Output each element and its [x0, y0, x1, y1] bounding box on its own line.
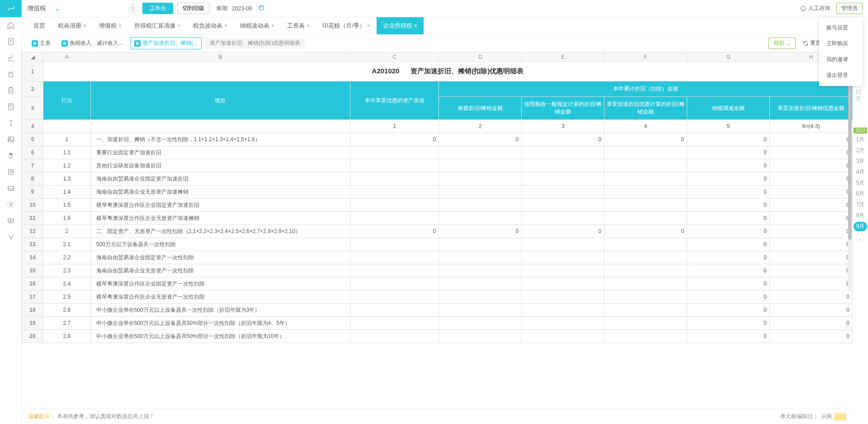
cell-item[interactable]: 海南自由贸易港企业固定资产一次性扣除 — [90, 251, 350, 264]
month-item[interactable]: 5月 — [854, 178, 868, 188]
nav-inbox-icon[interactable] — [0, 180, 22, 196]
cell-value[interactable] — [522, 317, 604, 330]
close-icon[interactable]: × — [271, 23, 274, 29]
calendar-icon[interactable] — [258, 5, 264, 12]
row-head[interactable]: 18 — [22, 304, 43, 317]
cell-value[interactable]: 0 — [687, 172, 770, 186]
spreadsheet[interactable]: ◢ A B C D E F G H 1 — [22, 52, 853, 409]
cell-row-num[interactable]: 2.4 — [43, 277, 91, 291]
cell-value[interactable]: 0 — [687, 251, 770, 264]
nav-chart-icon[interactable] — [0, 50, 22, 66]
dropdown-logout[interactable]: 退出登录 — [819, 67, 863, 83]
cell-value[interactable]: 0 — [350, 133, 439, 146]
cell-value[interactable]: 0 — [770, 212, 853, 225]
col-head[interactable]: F — [604, 52, 687, 62]
cell-value[interactable] — [350, 277, 439, 291]
row-head[interactable]: 3 — [22, 97, 43, 120]
nav-doc-icon[interactable] — [0, 33, 22, 50]
month-item[interactable]: 8月 — [854, 211, 868, 220]
cell-value[interactable] — [439, 199, 522, 212]
cell-value[interactable]: 0 — [770, 159, 853, 172]
workspace-button[interactable]: 工作台 — [142, 3, 173, 14]
cell-value[interactable] — [522, 251, 604, 264]
subtab-main[interactable]: ▦主表 — [28, 38, 54, 49]
cell-value[interactable] — [604, 317, 687, 330]
tab-tax-list[interactable]: 税表清册× — [52, 17, 93, 34]
cell-value[interactable]: 0 — [770, 251, 853, 264]
cell-value[interactable] — [522, 304, 604, 317]
cell-value[interactable]: 0 — [439, 133, 522, 146]
period-begin-button[interactable]: 期初 ⌄ — [769, 38, 796, 49]
cell-value[interactable] — [604, 304, 687, 317]
cell-value[interactable] — [439, 330, 522, 343]
month-item[interactable]: 4月 — [854, 167, 868, 177]
month-item[interactable]: 12月 — [853, 88, 868, 104]
cell-value[interactable] — [350, 238, 439, 251]
row-head[interactable]: 1 — [22, 62, 43, 81]
row-head[interactable]: 8 — [22, 172, 43, 186]
cell-value[interactable] — [439, 146, 522, 159]
cell-value[interactable] — [350, 172, 439, 186]
nav-hand-icon[interactable] — [0, 148, 22, 164]
cell-value[interactable] — [439, 172, 522, 186]
cell-item[interactable]: 中小微企业单价500万元以上设备器具50%部分一次性扣除（折旧年限为10年） — [90, 330, 350, 343]
cell-item[interactable]: 横琴粤澳深度合作区企业无形资产加速摊销 — [90, 212, 350, 225]
tab-income-settle[interactable]: 所得税汇算清缴× — [128, 17, 187, 34]
cell-item[interactable]: 横琴粤澳深度合作区企业固定资产一次性扣除 — [90, 277, 350, 291]
cell-item[interactable]: 一、加速折旧、摊销（不含一次性扣除，1.1+1.2+1.3+1.4+1.5+1.… — [90, 133, 350, 146]
cell-value[interactable] — [604, 251, 687, 264]
cell-value[interactable]: 0 — [687, 133, 770, 146]
cell-item[interactable]: 横琴粤澳深度合作区企业固定资产加速折旧 — [90, 199, 350, 212]
cell-value[interactable]: 0 — [687, 264, 770, 277]
month-item[interactable]: 3月 — [854, 157, 868, 166]
month-item-active[interactable]: 9月 — [854, 222, 868, 231]
cell-row-num[interactable]: 2.5 — [43, 291, 91, 304]
cell-value[interactable]: 0 — [687, 238, 770, 251]
dropdown-account-settings[interactable]: 账号设置 — [819, 20, 863, 36]
cell-item[interactable]: 海南自由贸易港企业无形资产一次性扣除 — [90, 264, 350, 277]
cell-item[interactable]: 二、固定资产、无形资产一次性扣除（2.1+2.2+2.3+2.4+2.5+2.6… — [90, 225, 350, 238]
cell-value[interactable] — [439, 186, 522, 199]
cell-value[interactable] — [522, 186, 604, 199]
cell-value[interactable] — [350, 304, 439, 317]
tab-home[interactable]: 首页 — [27, 17, 52, 34]
cell-item[interactable]: 中小微企业单价500万元以上设备器具50%部分一次性扣除（折旧年限为4、5年） — [90, 317, 350, 330]
cell-value[interactable] — [604, 330, 687, 343]
tab-salary[interactable]: 工资表× — [281, 17, 316, 34]
cell-value[interactable]: 0 — [770, 317, 853, 330]
cell-item[interactable]: 横琴粤澳深度合作区企业无形资产一次性扣除 — [90, 291, 350, 304]
cell-value[interactable] — [604, 199, 687, 212]
cell-value[interactable]: 0 — [770, 291, 853, 304]
cell-value[interactable] — [439, 212, 522, 225]
nav-settings-icon[interactable] — [0, 196, 22, 213]
cell-value[interactable]: 0 — [770, 238, 853, 251]
cell-value[interactable] — [604, 186, 687, 199]
cell-item[interactable]: 海南自由贸易港企业固定资产加速折旧 — [90, 172, 350, 186]
cell-value[interactable] — [604, 212, 687, 225]
cell-value[interactable]: 0 — [687, 291, 770, 304]
col-head[interactable]: E — [522, 52, 604, 62]
blank-icon[interactable] — [128, 4, 138, 14]
cell-value[interactable]: 0 — [687, 317, 770, 330]
cell-row-num[interactable]: 1.2 — [43, 159, 91, 172]
cell-value[interactable] — [522, 238, 604, 251]
cell-item[interactable]: 海南自由贸易港企业无形资产加速摊销 — [90, 186, 350, 199]
cell-value[interactable] — [522, 146, 604, 159]
cell-value[interactable]: 0 — [687, 186, 770, 199]
row-head[interactable]: 14 — [22, 251, 43, 264]
nav-home-icon[interactable] — [0, 17, 22, 33]
cell-value[interactable]: 0 — [770, 304, 853, 317]
cell-value[interactable] — [350, 291, 439, 304]
cell-item[interactable]: 500万元以下设备器具一次性扣除 — [90, 238, 350, 251]
cell-item[interactable]: 中小微企业单价500万元以上设备器具一次性扣除（折旧年限为3年） — [90, 304, 350, 317]
reset-button[interactable]: 重置 — [803, 39, 821, 47]
col-head[interactable]: A — [43, 52, 91, 62]
close-icon[interactable]: × — [414, 23, 417, 29]
month-item[interactable]: 2月 — [854, 146, 868, 155]
row-head[interactable]: 11 — [22, 212, 43, 225]
cell-value[interactable] — [439, 159, 522, 172]
month-item[interactable]: 7月 — [854, 200, 868, 210]
row-head[interactable]: 20 — [22, 330, 43, 343]
close-icon[interactable]: × — [224, 23, 227, 29]
row-head[interactable]: 4 — [22, 120, 43, 133]
